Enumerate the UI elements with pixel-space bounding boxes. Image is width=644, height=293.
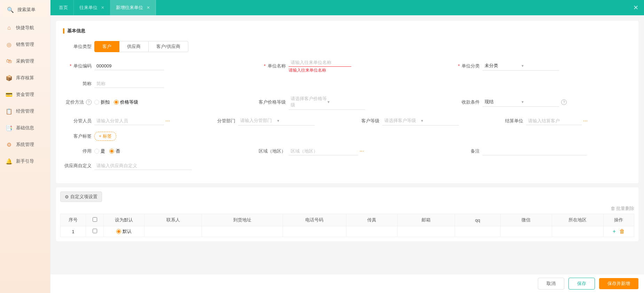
tab-bar: 首页 往来单位 ✕ 新增往来单位 ✕ ✕ [50,0,644,15]
settlement-unit-more[interactable]: ··· [582,118,589,124]
col-fax: 传真 [346,214,398,226]
email-input[interactable] [412,229,440,234]
disabled-no[interactable]: 否 [109,148,120,154]
cell-checkbox [86,226,104,237]
unit-code-input[interactable] [94,62,164,70]
disabled-no-label: 否 [116,148,120,154]
settlement-unit-label: 结算单位 [495,118,526,124]
tab-new-contact-unit-close[interactable]: ✕ [147,5,150,10]
field-unit-category: * 单位分类 未分类 ▼ [451,61,631,71]
sidebar-label-basic-info: 基础信息 [16,125,34,131]
row-checkbox[interactable] [93,229,97,233]
add-row-btn[interactable]: + [613,228,616,234]
customer-level-arrow: ▼ [421,119,457,123]
payment-terms-select[interactable]: 现结 ▼ [482,97,559,107]
tab-home[interactable]: 首页 [53,0,74,15]
sidebar-item-basic-info[interactable]: 📑 基础信息 [0,120,50,136]
notes-input[interactable] [482,147,587,155]
field-unit-name: * 单位名称 请输入往来单位名称 [257,58,438,73]
phone-input[interactable] [299,229,330,234]
discount-label: 折扣 [101,99,110,105]
tab-contact-units-close[interactable]: ✕ [101,5,104,10]
cell-default: 默认 [104,226,144,237]
tab-new-contact-unit[interactable]: 新增往来单位 ✕ [110,0,156,15]
settlement-unit-input[interactable] [526,117,582,125]
col-seq: 序号 [61,214,86,226]
add-tag-button[interactable]: + 标签 [94,132,116,141]
price-level-radio-inner [115,101,118,104]
customer-tag-label: 客户标签 [63,133,94,139]
cancel-button[interactable]: 取消 [538,278,564,290]
pricing-help-icon[interactable]: ? [86,99,92,105]
department-select[interactable]: 请输入分管部门 ▼ [238,116,315,125]
tab-home-label: 首页 [59,5,68,11]
save-new-button[interactable]: 保存并新增 [599,278,638,289]
unit-name-label: * 单位名称 [257,63,289,69]
supplier-custom-input[interactable] [94,162,192,170]
supervisor-input[interactable] [94,117,164,125]
row-supervisor: 分管人员 ··· 分管部门 请输入分管部门 ▼ 客户等级 请选择客户等级 ▼ [63,116,631,125]
sidebar-item-inventory[interactable]: 📦 库存核算 [0,70,50,86]
price-level-radio-outer [114,100,119,105]
row-unit-code-name-category: * 单位编码 * 单位名称 请输入往来单位名称 [63,58,631,73]
pricing-option-price-level[interactable]: 价格等级 [114,99,138,105]
customer-price-level-label: 客户价格等级 [257,99,289,105]
sidebar-item-operations[interactable]: 📋 经营管理 [0,103,50,120]
table-area: ⚙ 自定义项设置 🗑 批量删除 序号 设为默认 联系人 到货地址 电话号码 传真 [56,187,638,241]
col-wechat: 微信 [501,214,552,226]
type-btn-supplier[interactable]: 供应商 [119,41,148,52]
batch-delete-label[interactable]: 批量删除 [616,206,634,211]
sidebar-item-search[interactable]: 🔍 搜索菜单 [3,3,47,17]
region-input[interactable] [289,147,358,155]
region-more[interactable]: ··· [358,148,366,154]
contact-input[interactable] [159,229,187,234]
sidebar-item-sys-mgmt[interactable]: ⚙ 系统管理 [0,136,50,153]
cell-wechat [501,226,552,237]
sidebar-label-inventory: 库存核算 [16,75,34,81]
sidebar-item-sales[interactable]: ◎ 销售管理 [0,36,50,53]
unit-name-input[interactable] [289,58,351,67]
supervisor-more[interactable]: ··· [164,118,171,124]
type-btn-both[interactable]: 客户/供应商 [148,41,188,52]
basic-info-icon: 📑 [6,124,13,131]
qq-input[interactable] [467,229,488,234]
payment-terms-help-icon[interactable]: ? [561,99,567,105]
field-supplier-custom: 供应商自定义 [63,162,631,170]
disabled-yes[interactable]: 是 [94,148,105,154]
unit-category-select[interactable]: 未分类 ▼ [482,61,559,71]
default-radio[interactable]: 默认 [107,228,141,235]
wechat-input[interactable] [514,229,538,234]
short-name-input[interactable] [94,80,164,88]
disabled-yes-label: 是 [101,148,105,154]
field-department: 分管部门 请输入分管部门 ▼ [207,116,344,125]
select-all-checkbox[interactable] [93,217,97,222]
field-disabled: 停用 是 否 [63,148,243,154]
sidebar-item-guide[interactable]: 🔔 新手引导 [0,153,50,170]
tab-contact-units[interactable]: 往来单位 ✕ [74,0,110,15]
region-table-input[interactable] [565,229,590,234]
fax-input[interactable] [360,229,384,234]
address-input[interactable] [221,229,263,234]
sidebar-item-finance[interactable]: 💳 资金管理 [0,86,50,103]
table-row: 1 默认 [61,226,634,237]
customize-btn[interactable]: ⚙ 自定义项设置 [60,192,102,202]
pricing-method-label: 定价方法 ? [63,99,94,105]
add-tag-label: + 标签 [99,133,112,139]
customer-price-level-select[interactable]: 请选择客户价格等级 ▼ [289,94,365,110]
type-btn-customer[interactable]: 客户 [94,41,119,52]
field-unit-code: * 单位编码 [63,62,243,70]
disabled-yes-outer [94,149,99,154]
finance-icon: 💳 [6,91,13,98]
customer-level-select[interactable]: 请选择客户等级 ▼ [382,116,459,125]
field-supervisor: 分管人员 ··· [63,117,200,125]
pricing-option-discount[interactable]: 折扣 [94,99,110,105]
sidebar-label-purchase: 采购管理 [16,58,34,64]
customer-price-level-placeholder: 请选择客户价格等级 [291,96,327,108]
window-close-btn[interactable]: ✕ [630,4,641,11]
sidebar-label-sys: 系统管理 [16,141,34,148]
sidebar-item-purchase[interactable]: 🛍 采购管理 [0,53,50,70]
save-button[interactable]: 保存 [568,278,595,290]
notes-label: 备注 [451,148,482,154]
del-row-btn[interactable]: 🗑 [619,228,625,234]
sidebar-item-quick-nav[interactable]: ⌂ 快捷导航 [0,19,50,36]
